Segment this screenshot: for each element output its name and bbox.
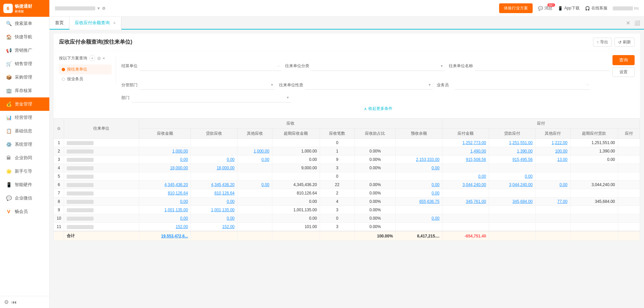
dept-select[interactable]: ▼	[131, 93, 291, 102]
settings-gear[interactable]: ⚙	[102, 6, 106, 11]
row-ar-loan[interactable]: 810,126.64	[191, 189, 237, 197]
sidebar-collapse-icon[interactable]: ⏮	[11, 299, 17, 305]
row-ap-loan[interactable]	[489, 214, 536, 223]
sidebar-item-operations[interactable]: 📊 经营管理	[0, 111, 49, 124]
row-ar-loan[interactable]: 0.00	[191, 156, 237, 164]
filter-add-btn[interactable]: +	[89, 55, 95, 61]
row-prepaid[interactable]: 2,153,333.00	[396, 156, 442, 164]
partner-name-input[interactable]	[475, 61, 608, 71]
sidebar-item-marketing[interactable]: 📢 营销推广	[0, 44, 49, 57]
row-ap-amount[interactable]: 3,044,240.00	[442, 181, 489, 189]
row-ar-loan[interactable]: 0.00	[191, 197, 237, 206]
tab-ar-ap[interactable]: 应收应付余额查询 ✕	[69, 17, 121, 30]
filter-by-partner[interactable]: 按往来单位	[59, 64, 112, 74]
row-prepaid[interactable]: 0.00	[396, 164, 442, 172]
row-ar-amount[interactable]: 0.00	[139, 156, 191, 164]
tab-maximize[interactable]: ⬜	[634, 20, 640, 26]
refresh-btn[interactable]: ↺ 刷新	[614, 38, 635, 47]
row-ar-other[interactable]	[237, 197, 272, 206]
row-ar-loan[interactable]	[191, 147, 237, 156]
row-ar-amount[interactable]: 810,126.64	[139, 189, 191, 197]
tab-close-window[interactable]: ✕	[626, 20, 630, 26]
row-ar-amount[interactable]: 1,001,135.00	[139, 206, 191, 214]
row-ap-loan[interactable]	[489, 206, 536, 214]
row-ar-other[interactable]	[237, 223, 272, 231]
row-ap-other[interactable]	[535, 206, 570, 214]
sidebar-item-sales[interactable]: 🛒 销售管理	[0, 57, 49, 71]
row-ap-amount[interactable]: 345,761.00	[442, 197, 489, 206]
row-prepaid[interactable]	[396, 172, 442, 181]
row-ap-amount[interactable]	[442, 189, 489, 197]
row-ap-loan[interactable]	[489, 164, 536, 172]
row-ap-other[interactable]	[535, 214, 570, 223]
row-ar-amount[interactable]: 1,000.00	[139, 147, 191, 156]
sidebar-item-guide[interactable]: 🌟 新手引导	[0, 165, 49, 178]
row-ap-loan[interactable]	[489, 223, 536, 231]
query-btn[interactable]: 查询	[612, 55, 635, 65]
filter-by-salesperson[interactable]: 按业务员	[59, 74, 112, 84]
row-ap-amount[interactable]: 915,508.56	[442, 156, 489, 164]
row-ap-loan[interactable]: 1,251,551.00	[489, 139, 536, 147]
row-prepaid[interactable]: 655,636.75	[396, 197, 442, 206]
sidebar-item-vip[interactable]: V 畅会员	[0, 205, 49, 218]
row-prepaid[interactable]: 0.00	[396, 214, 442, 223]
sidebar-item-quick-nav[interactable]: 🏠 快捷导航	[0, 30, 49, 44]
sidebar-item-purchase[interactable]: 📦 采购管理	[0, 71, 49, 84]
sidebar-item-inventory[interactable]: 🏢 库存核算	[0, 84, 49, 97]
filter-target-btn[interactable]: ◎	[97, 56, 101, 60]
sidebar-item-system[interactable]: ⚙️ 系统管理	[0, 138, 49, 151]
total-ar-amount[interactable]: 19,553,472,6...	[139, 231, 191, 241]
sidebar-item-search-menu[interactable]: 🔍 搜索菜单	[0, 17, 49, 30]
row-ar-loan[interactable]: 1,001,135.00	[191, 206, 237, 214]
row-ar-amount[interactable]: 152.00	[139, 223, 191, 231]
sidebar-item-enterprise[interactable]: 🏛 企业协同	[0, 151, 49, 165]
row-prepaid[interactable]	[396, 147, 442, 156]
industry-btn[interactable]: 体验行业方案	[499, 3, 533, 13]
th-settings[interactable]: ⚙	[54, 119, 64, 139]
filter-collapse-btn[interactable]: «	[103, 56, 105, 60]
sidebar-settings-icon[interactable]: ⚙	[4, 299, 9, 305]
row-ap-other[interactable]	[535, 189, 570, 197]
row-ap-other[interactable]: 100.00	[535, 147, 570, 156]
row-ap-other[interactable]: 77.00	[535, 197, 570, 206]
row-ap-loan[interactable]: 3,044,240.00	[489, 181, 536, 189]
row-ap-loan[interactable]: 1,390.00	[489, 147, 536, 156]
row-ar-loan[interactable]: 0.00	[191, 214, 237, 223]
row-ar-amount[interactable]: 18,000.00	[139, 164, 191, 172]
row-ar-other[interactable]	[237, 214, 272, 223]
row-ar-loan[interactable]: 152.00	[191, 223, 237, 231]
sidebar-item-finance[interactable]: 💰 资金管理	[0, 97, 49, 111]
app-download-btn[interactable]: 📱 App下载	[558, 5, 579, 11]
row-ap-amount[interactable]: 1,252,773.00	[442, 139, 489, 147]
row-ap-other[interactable]	[535, 164, 570, 172]
row-ap-other[interactable]	[535, 172, 570, 181]
row-ap-amount[interactable]: 1,490.00	[442, 147, 489, 156]
row-ar-amount[interactable]	[139, 139, 191, 147]
row-prepaid[interactable]: 0.00	[396, 181, 442, 189]
row-ar-other[interactable]	[237, 189, 272, 197]
partner-nature-select[interactable]: ▼	[305, 80, 433, 90]
dept-manager-select[interactable]: ▼	[140, 80, 275, 90]
user-menu[interactable]: Rit	[613, 6, 639, 10]
row-ar-loan[interactable]	[191, 139, 237, 147]
sidebar-item-basic-info[interactable]: 📋 基础信息	[0, 124, 49, 138]
row-ar-amount[interactable]	[139, 172, 191, 181]
row-prepaid[interactable]	[396, 223, 442, 231]
row-ar-amount[interactable]: 0.00	[139, 214, 191, 223]
export-btn[interactable]: ↑ 导出	[593, 38, 612, 47]
row-ap-loan[interactable]	[489, 189, 536, 197]
row-ar-amount[interactable]: 0.00	[139, 197, 191, 206]
row-prepaid[interactable]	[396, 139, 442, 147]
row-ap-loan[interactable]: 0.00	[489, 172, 536, 181]
customer-service-btn[interactable]: 🎧 在线客服	[585, 5, 607, 11]
row-ar-amount[interactable]: 4,345,436.20	[139, 181, 191, 189]
row-ar-other[interactable]	[237, 206, 272, 214]
row-ar-other[interactable]	[237, 172, 272, 181]
row-ap-amount[interactable]: 0.00	[442, 172, 489, 181]
row-ap-other[interactable]: 13.00	[535, 156, 570, 164]
row-ap-loan[interactable]: 345,684.00	[489, 197, 536, 206]
row-ar-other[interactable]: 0.00	[237, 156, 272, 164]
row-ar-loan[interactable]	[191, 172, 237, 181]
row-ap-loan[interactable]: 915,495.56	[489, 156, 536, 164]
collapse-btn[interactable]: ∧ 收起更多条件	[364, 106, 392, 112]
